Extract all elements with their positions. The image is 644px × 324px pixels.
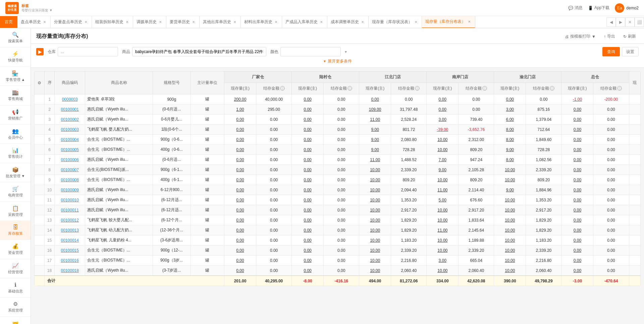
cell-code[interactable]: 00100008	[55, 175, 85, 185]
cell-jiangbei-qty[interactable]: 11.00	[359, 114, 391, 125]
cell-lucun-qty[interactable]: 0.00	[292, 185, 324, 195]
tab-xiancunliang-fenbufenbu[interactable]: 现存量（库存分布表） ✕	[422, 16, 475, 28]
cell-lucun-qty[interactable]: 0.00	[292, 205, 324, 215]
cell-jiangbei-qty[interactable]: 10.00	[359, 205, 391, 215]
cell-changjia-qty[interactable]: 0.00	[224, 245, 256, 256]
cell-yubei-qty[interactable]: 10.00	[494, 205, 526, 215]
cell-jiangbei-qty[interactable]: 9.00	[359, 145, 391, 155]
cell-lucun-qty[interactable]: 0.00	[292, 114, 324, 125]
cell-lucun-qty[interactable]: 0.00	[292, 165, 324, 175]
sidebar-item-retail-mgmt[interactable]: 🏪 零售管理 ▲	[0, 67, 31, 86]
cell-code[interactable]: 00100010	[55, 195, 85, 205]
sidebar-item-membership[interactable]: 👥 会员中心	[0, 125, 31, 144]
filter-expand-btn[interactable]: ▶	[36, 48, 44, 55]
cell-lucun-qty[interactable]: 0.00	[292, 235, 324, 245]
cell-lucun-qty[interactable]: 0.00	[292, 266, 324, 276]
sidebar-item-ecommerce[interactable]: 🛒 电商管理	[0, 182, 31, 201]
cell-changjia-qty[interactable]: 0.00	[224, 256, 256, 266]
cell-zongcang-qty[interactable]: 0.00	[561, 114, 593, 125]
cell-zongcang-qty[interactable]: -1.00	[561, 94, 593, 104]
cell-code[interactable]: 00100006	[55, 155, 85, 165]
cell-yubei-qty[interactable]: 10.00	[494, 256, 526, 266]
cell-zongcang-qty[interactable]: 0.00	[561, 225, 593, 235]
tab-close-fenpandian[interactable]: ✕	[84, 20, 88, 25]
cell-yubei-qty[interactable]: 3.00	[494, 104, 526, 114]
cell-zongcang-qty[interactable]: 0.00	[561, 205, 593, 215]
sidebar-item-quicknav[interactable]: ⚡ 快捷导航	[0, 47, 31, 66]
cell-code[interactable]: 00100002	[55, 114, 85, 125]
yubei-amt-info[interactable]: ⓘ	[550, 86, 554, 91]
col-settings[interactable]: ⚙	[35, 72, 45, 94]
cell-yubei-qty[interactable]: 10.00	[494, 245, 526, 256]
sidebar-item-collab[interactable]: 🤝 企业协同	[0, 317, 31, 324]
tab-chengpin[interactable]: 产成品入库单历史 ✕	[282, 16, 327, 28]
zongcang-amt-info[interactable]: ⓘ	[617, 86, 622, 91]
cell-code[interactable]: 00100005	[55, 145, 85, 155]
sidebar-item-retail-mall[interactable]: 🏬 零售商城	[0, 86, 31, 105]
sidebar-item-search[interactable]: 🔍 搜索英单	[0, 28, 31, 47]
cell-yubei-qty[interactable]: 10.00	[494, 235, 526, 245]
sidebar-item-wholesale[interactable]: 📦 批发管理 ▼	[0, 163, 31, 182]
cell-jiangbei-qty[interactable]: 109.00	[359, 104, 391, 114]
cell-code[interactable]: 00100014	[55, 235, 85, 245]
cell-jiangbei-qty[interactable]: 10.00	[359, 185, 391, 195]
nanan-amt-info[interactable]: ⓘ	[482, 86, 487, 91]
cell-yubei-qty[interactable]: 8.00	[494, 125, 526, 135]
cell-yubei-qty[interactable]: 6.00	[494, 114, 526, 125]
cell-jiangbei-qty[interactable]: 10.00	[359, 235, 391, 245]
refresh-btn[interactable]: ↻ 刷新	[621, 32, 639, 41]
cell-nanan-qty[interactable]: -39.00	[427, 125, 459, 135]
cell-zongcang-qty[interactable]: 0.00	[561, 185, 593, 195]
cell-lucun-qty[interactable]: 0.00	[292, 104, 324, 114]
cell-yubei-qty[interactable]: 8.00	[494, 135, 526, 145]
cell-nanan-qty[interactable]: 11.00	[427, 185, 459, 195]
cell-jiangbei-qty[interactable]: 10.00	[359, 256, 391, 266]
cell-changjia-qty[interactable]: 0.00	[224, 185, 256, 195]
cell-changjia-qty[interactable]: 200.00	[224, 94, 256, 104]
cell-jiangbei-qty[interactable]: 10.00	[359, 245, 391, 256]
user-area[interactable]: Ea demo2	[615, 3, 639, 13]
cell-nanan-qty[interactable]: 0.00	[427, 94, 459, 104]
cell-jiangbei-qty[interactable]: 10.00	[359, 175, 391, 185]
sidebar-item-retail-stats[interactable]: 📊 零售统计	[0, 144, 31, 163]
tab-diaobo[interactable]: 调拨单历史 ✕	[133, 16, 166, 28]
tab-close-chengpin[interactable]: ✕	[319, 20, 324, 25]
cell-lucun-qty[interactable]: 0.00	[292, 94, 324, 104]
cell-yubei-qty[interactable]: 9.00	[494, 185, 526, 195]
color-dropdown-icon[interactable]: ▼	[344, 50, 347, 54]
app-download-btn[interactable]: 📱 App下载	[588, 5, 609, 11]
cell-zongcang-qty[interactable]: 0.00	[561, 145, 593, 155]
cell-yubei-qty[interactable]: 0.00	[494, 94, 526, 104]
cell-code[interactable]: 00100015	[55, 245, 85, 256]
tab-pandian[interactable]: 盘点单历史 ✕	[17, 16, 51, 28]
cell-changjia-qty[interactable]: 0.00	[224, 145, 256, 155]
cell-code[interactable]: 00100001	[55, 104, 85, 114]
cell-lucun-qty[interactable]: 0.00	[292, 195, 324, 205]
tab-xiancunliang-kuangkuang[interactable]: 现存量（库存状况表） ✕	[369, 16, 422, 28]
cell-jiangbei-qty[interactable]: 10.00	[359, 266, 391, 276]
cell-changjia-qty[interactable]: 0.00	[224, 125, 256, 135]
tab-close-diaobo[interactable]: ✕	[158, 20, 163, 25]
cell-lucun-qty[interactable]: 0.00	[292, 145, 324, 155]
cell-zongcang-qty[interactable]: 0.00	[561, 235, 593, 245]
tab-close-qitachuku[interactable]: ✕	[232, 20, 237, 25]
cell-zongcang-qty[interactable]: 0.00	[561, 245, 593, 256]
lucun-amt-info[interactable]: ⓘ	[347, 86, 352, 91]
cell-yubei-qty[interactable]: 9.00	[494, 145, 526, 155]
cell-nanan-qty[interactable]: 10.00	[427, 245, 459, 256]
cell-zongcang-qty[interactable]: 0.00	[561, 104, 593, 114]
cell-nanan-qty[interactable]: 0.00	[427, 104, 459, 114]
cell-lucun-qty[interactable]: 0.00	[292, 125, 324, 135]
cell-code[interactable]: 0000003	[55, 94, 85, 104]
message-btn[interactable]: 💬 消息	[568, 5, 583, 11]
cell-yubei-qty[interactable]: 10.00	[494, 225, 526, 235]
cell-changjia-qty[interactable]: 0.00	[224, 135, 256, 145]
tab-close-zuzhao[interactable]: ✕	[125, 20, 129, 25]
sidebar-item-system[interactable]: ⚙ 系统管理	[0, 297, 31, 317]
cell-jiangbei-qty[interactable]: 9.00	[359, 125, 391, 135]
cell-changjia-qty[interactable]: 0.00	[224, 114, 256, 125]
cell-yubei-qty[interactable]: 10.00	[494, 175, 526, 185]
cell-zongcang-qty[interactable]: 0.00	[561, 195, 593, 205]
product-input[interactable]	[132, 47, 266, 56]
cell-jiangbei-qty[interactable]: 11.00	[359, 155, 391, 165]
